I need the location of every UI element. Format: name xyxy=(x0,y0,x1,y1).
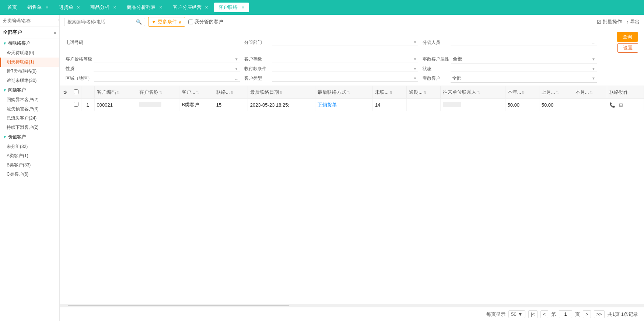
nav-customer-contact[interactable]: 客户联络 ✕ xyxy=(214,3,249,12)
col-overdue[interactable]: 逾期...⇅ xyxy=(406,86,440,99)
nav-home[interactable]: 首页 xyxy=(3,3,21,12)
col-last-method-label: 最后联络方式 xyxy=(318,89,346,95)
sidebar-item-class-c[interactable]: C类客户(6) xyxy=(0,170,59,179)
col-this-year-sort: ⇅ xyxy=(522,90,525,94)
row-last-method[interactable]: 下销货单 xyxy=(315,99,372,111)
filter-retail-attr-select[interactable]: 全部 ▼ xyxy=(451,55,597,63)
action-phone-icon[interactable]: 📞 xyxy=(609,102,615,108)
filter-region-select[interactable]: ... xyxy=(94,76,240,82)
page-size-arrow: ▼ xyxy=(518,311,523,317)
sidebar: 🔍 全部客户 « 待联络客户 今天待联络(0) 明天待联络(1) 近7天待联络(… xyxy=(0,15,60,321)
nav-sales[interactable]: 销售单 ✕ xyxy=(23,3,53,12)
col-last-month[interactable]: 上月...⇅ xyxy=(539,86,573,99)
nav-product-analysis-list[interactable]: 商品分析列表 ✕ xyxy=(122,3,167,12)
col-company-contact-label: 往来单位联系人 xyxy=(443,89,476,95)
action-qr-icon[interactable]: ⊞ xyxy=(619,102,623,108)
close-purchase-icon[interactable]: ✕ xyxy=(77,5,80,10)
settings-btn[interactable]: 设置 xyxy=(617,43,638,53)
filter-person-dots: ... xyxy=(592,40,595,44)
sidebar-item-abnormal-repurchase[interactable]: 回购异常客户(2) xyxy=(0,95,59,104)
export-btn[interactable]: ↑ 导出 xyxy=(626,18,640,25)
filter-person: 分管人员 ... xyxy=(423,39,597,46)
my-customers-checkbox[interactable] xyxy=(188,20,193,24)
page-size-select[interactable]: 50 ▼ xyxy=(508,310,525,318)
sidebar-item-7days-pending[interactable]: 近7天待联络(0) xyxy=(0,67,59,76)
col-contact[interactable]: 联络...⇅ xyxy=(214,86,248,99)
sidebar-item-overdue-pending[interactable]: 逾期未联络(30) xyxy=(0,76,59,85)
last-page-btn[interactable]: >> xyxy=(594,310,605,318)
filter-retail-customer-label: 零散客户 xyxy=(423,75,448,82)
filter-retail-customer-select[interactable]: 全部 ▼ xyxy=(451,74,597,83)
filter-price-grade-arrow: ▼ xyxy=(235,57,238,61)
query-btn[interactable]: 查询 xyxy=(617,32,638,42)
problem-group-title: 问题客户 xyxy=(0,85,59,95)
my-customers-check-label[interactable]: 我分管的客户 xyxy=(188,18,223,25)
more-filter-btn[interactable]: ▼ 更多条件 ∧ xyxy=(148,17,185,27)
table-scroll-thumb[interactable] xyxy=(68,305,289,306)
sidebar-item-declining[interactable]: 持续下滑客户(2) xyxy=(0,123,59,132)
batch-operation-btn[interactable]: ☑ 批量操作 xyxy=(597,18,622,25)
sidebar-item-class-a[interactable]: A类客户(1) xyxy=(0,151,59,160)
page-number-input[interactable] xyxy=(559,310,572,318)
sidebar-item-ungrouped[interactable]: 未分组(32) xyxy=(0,142,59,151)
col-this-year[interactable]: 本年...⇅ xyxy=(505,86,539,99)
close-sales-icon[interactable]: ✕ xyxy=(45,5,49,10)
col-not-contacted[interactable]: 未联...⇅ xyxy=(372,86,406,99)
close-customer-contact-icon[interactable]: ✕ xyxy=(241,5,245,10)
sidebar-item-loss-warning[interactable]: 流失预警客户(3) xyxy=(0,104,59,114)
filter-dept-select[interactable]: ▼ xyxy=(272,39,419,45)
col-code-label: 客户编码 xyxy=(97,89,116,95)
col-gear[interactable]: ⚙ xyxy=(60,86,71,99)
sidebar-item-lost[interactable]: 已流失客户(24) xyxy=(0,114,59,123)
filter-customer-grade-select[interactable]: ▼ xyxy=(272,56,419,62)
sidebar-item-today-pending[interactable]: 今天待联络(0) xyxy=(0,48,59,58)
prev-page-btn[interactable]: < xyxy=(540,310,549,318)
filter-customer-type-select[interactable]: ▼ xyxy=(272,76,419,82)
close-product-analysis-icon[interactable]: ✕ xyxy=(113,5,116,10)
next-page-btn[interactable]: > xyxy=(583,310,591,318)
row-this-month xyxy=(573,99,607,111)
row-checkbox[interactable] xyxy=(74,102,78,107)
sidebar-item-tomorrow-pending[interactable]: 明天待联络(1) xyxy=(0,58,59,67)
filter-price-grade-select[interactable]: ▼ xyxy=(94,56,240,62)
sidebar-item-class-b[interactable]: B类客户(33) xyxy=(0,160,59,170)
row-type: B类客户 xyxy=(179,99,214,111)
collapse-sidebar-icon[interactable]: « xyxy=(54,30,56,35)
row-check[interactable] xyxy=(71,99,81,111)
close-customer-layered-icon[interactable]: ✕ xyxy=(205,5,208,10)
select-all-checkbox[interactable] xyxy=(74,89,78,94)
row-last-method-link[interactable]: 下销货单 xyxy=(318,102,337,107)
total-records: 共1页 1条记录 xyxy=(608,311,638,318)
search-input[interactable] xyxy=(67,19,136,24)
filter-person-select[interactable]: ... xyxy=(451,39,597,45)
col-last-method[interactable]: 最后联络方式⇅ xyxy=(315,86,372,99)
col-this-month[interactable]: 本月...⇅ xyxy=(573,86,607,99)
col-name[interactable]: 客户名称⇅ xyxy=(137,86,179,99)
first-page-btn[interactable]: |< xyxy=(528,310,538,318)
search-submit-icon[interactable]: 🔍 xyxy=(136,19,142,25)
nav-product-analysis[interactable]: 商品分析 ✕ xyxy=(86,3,121,12)
toolbar: 🔍 ▼ 更多条件 ∧ 我分管的客户 ☑ 批量操作 ↑ 导出 xyxy=(60,15,644,29)
close-product-list-icon[interactable]: ✕ xyxy=(159,5,162,10)
row-this-year: 50.00 xyxy=(505,99,539,111)
col-type[interactable]: 客户...⇅ xyxy=(179,86,214,99)
filter-nature-select[interactable]: ▼ xyxy=(94,66,240,72)
col-action: 联络动作 xyxy=(607,86,644,99)
col-last-date[interactable]: 最后联络日期⇅ xyxy=(248,86,315,99)
filter-retail-customer-value: 全部 xyxy=(452,75,462,82)
col-this-year-label: 本年... xyxy=(508,89,521,95)
col-code[interactable]: 客户编码⇅ xyxy=(94,86,137,99)
table-scroll-bar[interactable] xyxy=(60,304,644,307)
filter-icon: ▼ xyxy=(151,19,156,25)
col-company-contact[interactable]: 往来单位联系人⇅ xyxy=(441,86,505,99)
nav-purchase[interactable]: 进货单 ✕ xyxy=(55,3,85,12)
nav-customer-layered[interactable]: 客户分层经营 ✕ xyxy=(168,3,213,12)
sidebar-search-input[interactable] xyxy=(3,18,58,23)
col-check[interactable] xyxy=(71,86,81,99)
filter-status-select[interactable]: ▼ xyxy=(451,66,597,72)
value-group-title: 价值客户 xyxy=(0,132,59,142)
filter-phone-input[interactable] xyxy=(94,39,240,46)
filter-payment-select[interactable]: ▼ xyxy=(272,66,419,72)
filter-customer-type-arrow: ▼ xyxy=(413,76,417,80)
filter-dept-arrow: ▼ xyxy=(413,40,417,44)
